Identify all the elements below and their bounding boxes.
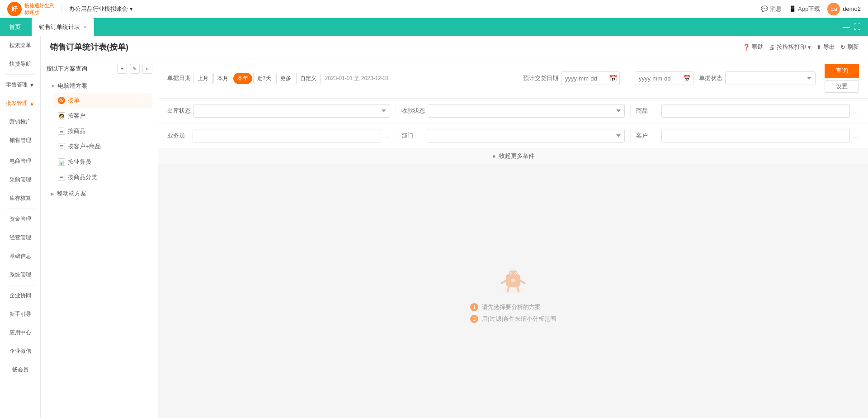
sidebar-item-operations[interactable]: 经营管理 bbox=[0, 228, 40, 247]
refresh-icon: ↻ bbox=[840, 44, 845, 51]
date-btn-this-year[interactable]: 本年 bbox=[233, 73, 252, 84]
sidebar-item-marketing[interactable]: 营销推广 bbox=[0, 113, 40, 131]
sidebar-item-sales[interactable]: 销售管理 bbox=[0, 131, 40, 150]
scheme-collapse-btn[interactable]: « bbox=[142, 64, 152, 74]
scheme-item-by-salesperson[interactable]: 📊 按业务员 bbox=[53, 154, 152, 170]
page-header: 销售订单统计表(按单) ❓ 帮助 🖨 按模板打印 ▾ ⬆ 导出 ↻ 刷新 bbox=[41, 36, 868, 58]
tab-close-icon[interactable]: × bbox=[84, 24, 87, 30]
forecast-date-group: 预计交货日期 📅 — 📅 bbox=[523, 71, 693, 85]
scheme-item-icon-category: ☰ bbox=[58, 174, 65, 181]
window-minimize-icon[interactable]: — bbox=[843, 23, 850, 31]
sidebar-item-retail[interactable]: 零售管理 ▼ bbox=[0, 76, 40, 94]
print-btn[interactable]: 🖨 按模板打印 ▾ bbox=[769, 43, 811, 51]
customer-label: 客户 bbox=[636, 132, 659, 140]
product-input[interactable] bbox=[661, 104, 850, 118]
collapse-btn[interactable]: ∧ 收起更多条件 bbox=[492, 152, 534, 160]
status-select[interactable] bbox=[725, 71, 816, 85]
date-btn-this-month[interactable]: 本月 bbox=[213, 73, 232, 84]
customer-input[interactable] bbox=[661, 129, 850, 142]
scheme-group-desktop: ▼ 电脑端方案 按 按单 🧑 按客户 ☰ bbox=[46, 79, 152, 185]
salesperson-input[interactable] bbox=[193, 129, 381, 142]
salesperson-ellipsis[interactable]: … bbox=[384, 132, 390, 139]
scheme-add-btn[interactable]: + bbox=[117, 64, 127, 74]
scheme-group-children: 按 按单 🧑 按客户 ☰ 按商品 ☰ 按 bbox=[46, 93, 152, 185]
date-buttons: 上月 本月 本年 近7天 更多 自定义 bbox=[193, 73, 321, 84]
sidebar-item-enterprise[interactable]: 企业协同 bbox=[0, 286, 40, 305]
app-download-icon: 📱 bbox=[789, 5, 796, 12]
help-btn[interactable]: ❓ 帮助 bbox=[743, 43, 764, 51]
sidebar-item-basic[interactable]: 基础信息 bbox=[0, 247, 40, 266]
dropdown-icon: ▾ bbox=[130, 5, 133, 12]
sidebar-item-member[interactable]: 畅会员 bbox=[0, 361, 40, 379]
tip-num-1: 1 bbox=[470, 303, 478, 311]
scheme-item-by-product[interactable]: ☰ 按商品 bbox=[53, 124, 152, 139]
tab-home[interactable]: 首页 bbox=[0, 18, 30, 36]
collapse-bar[interactable]: ∧ 收起更多条件 bbox=[158, 148, 868, 164]
sidebar-item-search-menu[interactable]: 搜索菜单 bbox=[0, 36, 40, 55]
date-input-end[interactable] bbox=[635, 71, 693, 85]
user-name: demo2 bbox=[843, 5, 861, 12]
svg-point-0 bbox=[502, 287, 524, 293]
scheme-item-by-customer-product[interactable]: ☰ 按客户+商品 bbox=[53, 139, 152, 154]
message-btn[interactable]: 💬 消息 bbox=[761, 5, 782, 13]
pay-status-select[interactable] bbox=[428, 104, 624, 118]
refresh-btn[interactable]: ↻ 刷新 bbox=[840, 43, 859, 51]
sidebar-divider bbox=[5, 74, 35, 75]
scheme-item-by-customer[interactable]: 🧑 按客户 bbox=[53, 108, 152, 124]
user-area[interactable]: Ea demo2 bbox=[827, 3, 861, 15]
edit-icon: ✎ bbox=[132, 66, 137, 72]
window-maximize-icon[interactable]: ⛶ bbox=[854, 23, 861, 31]
sidebar-item-newbie[interactable]: 新手引导 bbox=[0, 305, 40, 323]
col-divider-4 bbox=[630, 129, 631, 142]
collapse-chevron-icon: ∧ bbox=[492, 153, 496, 160]
tab-active[interactable]: 销售订单统计表 × bbox=[32, 18, 94, 36]
sidebar-item-system[interactable]: 系统管理 bbox=[0, 266, 40, 284]
sidebar-item-purchase[interactable]: 采购管理 bbox=[0, 171, 40, 189]
scheme-item-icon-salesperson: 📊 bbox=[58, 158, 65, 166]
scheme-group-label: 电脑端方案 bbox=[58, 82, 87, 90]
scheme-item-icon-product: ☰ bbox=[58, 128, 65, 135]
date-input-start[interactable] bbox=[561, 71, 620, 85]
sidebar-item-wholesale[interactable]: 批发管理 ▲ bbox=[0, 94, 40, 113]
app-download-btn[interactable]: 📱 App下载 bbox=[789, 5, 820, 13]
svg-line-10 bbox=[508, 287, 509, 291]
customer-ellipsis[interactable]: … bbox=[853, 132, 859, 139]
scheme-item-by-order[interactable]: 按 按单 bbox=[53, 93, 152, 108]
product-ellipsis[interactable]: … bbox=[853, 107, 859, 114]
scheme-group-header-mobile[interactable]: ▶ 移动端方案 bbox=[46, 187, 152, 200]
message-icon: 💬 bbox=[761, 5, 768, 12]
top-title-dropdown[interactable]: 办公用品行业模拟账套 ▾ bbox=[69, 5, 133, 13]
export-btn[interactable]: ⬆ 导出 bbox=[816, 43, 835, 51]
svg-line-8 bbox=[501, 280, 506, 283]
sidebar-item-inventory[interactable]: 库存核算 bbox=[0, 189, 40, 208]
date-btn-more[interactable]: 更多 bbox=[276, 73, 295, 84]
empty-illustration bbox=[495, 260, 531, 296]
date-btn-custom[interactable]: 自定义 bbox=[296, 73, 321, 84]
help-icon: ❓ bbox=[743, 44, 750, 51]
pay-status-col: 收款状态 bbox=[401, 102, 624, 119]
main: 搜索菜单 快捷导航 零售管理 ▼ 批发管理 ▲ 营销推广 销售管理 电商管理 bbox=[0, 36, 868, 418]
scheme-panel-title: 按以下方案查询 bbox=[46, 65, 87, 73]
sidebar-item-quick-nav[interactable]: 快捷导航 bbox=[0, 55, 40, 73]
scheme-group-header-desktop[interactable]: ▼ 电脑端方案 bbox=[46, 79, 152, 93]
sidebar-item-finance[interactable]: 资金管理 bbox=[0, 210, 40, 228]
scheme-edit-btn[interactable]: ✎ bbox=[130, 64, 140, 74]
date-btn-last-7[interactable]: 近7天 bbox=[253, 73, 275, 84]
scheme-item-by-category[interactable]: ☰ 按商品分类 bbox=[53, 170, 152, 185]
sidebar-item-ecommerce[interactable]: 电商管理 bbox=[0, 152, 40, 171]
sidebar-item-wechat[interactable]: 企业微信 bbox=[0, 342, 40, 361]
scheme-item-icon-customer: 🧑 bbox=[58, 112, 65, 119]
settings-btn[interactable]: 设置 bbox=[825, 80, 859, 93]
query-btn[interactable]: 查询 bbox=[825, 64, 859, 78]
date-btn-last-month[interactable]: 上月 bbox=[193, 73, 212, 84]
scheme-panel-actions: + ✎ « bbox=[117, 64, 152, 74]
ship-status-select[interactable] bbox=[193, 104, 390, 118]
scheme-group-mobile: ▶ 移动端方案 bbox=[46, 187, 152, 200]
tip-num-2: 2 bbox=[470, 315, 478, 323]
forecast-date-label: 预计交货日期 bbox=[523, 74, 558, 82]
department-select[interactable] bbox=[427, 129, 624, 142]
logo-text: 畅捷通好生意 标账版 bbox=[24, 2, 54, 15]
scheme-item-icon-cp: ☰ bbox=[58, 143, 65, 150]
sidebar-item-appstore[interactable]: 应用中心 bbox=[0, 323, 40, 342]
page-title: 销售订单统计表(按单) bbox=[50, 42, 128, 58]
